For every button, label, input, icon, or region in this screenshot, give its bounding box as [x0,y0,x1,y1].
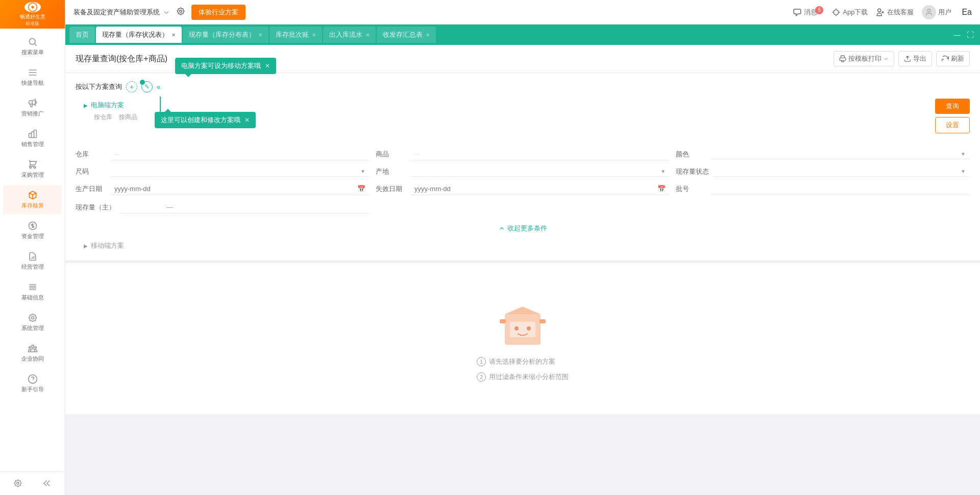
sidebar-item-search[interactable]: 搜索菜单 [3,32,62,61]
sidebar-item-basics[interactable]: 基础信息 [3,277,62,307]
tab-batch-close[interactable]: ✕ [312,32,316,38]
sidebar-label-sales: 销售管理 [21,140,44,148]
origin-dropdown-icon: ▼ [660,169,666,174]
sidebar-item-promotion[interactable]: 营销推广 [3,93,62,123]
refresh-label: 刷新 [951,54,964,63]
batch-filter: 批号 [676,183,970,195]
tooltip-scheme-text: 电脑方案可设为移动方案哦 [181,61,261,70]
search-btn[interactable]: 查询 [935,99,970,114]
tab-summary[interactable]: 收发存汇总表 ✕ [377,27,436,43]
sidebar-item-purchase[interactable]: 采购管理 [3,154,62,184]
sidebar-item-enterprise[interactable]: 企业协同 [3,338,62,368]
scheme-mobile-arrow: ▶ [84,243,88,249]
goods-select[interactable]: ··· [410,148,670,160]
tooltip-edit-hint: 这里可以创建和修改方案哦 ✕ [155,112,256,128]
svg-point-5 [180,10,182,13]
page-title: 现存量查询(按仓库+商品) [76,54,167,64]
expiry-date-input[interactable] [414,185,653,193]
tab-batch[interactable]: 库存批次账 ✕ [270,27,322,43]
tooltip2-close-btn[interactable]: ✕ [244,116,250,124]
size-select[interactable]: ▼ [110,167,370,177]
empty-illustration [492,294,553,355]
batch-label: 批号 [676,184,706,194]
sidebar-item-sales[interactable]: 销售管理 [3,124,62,153]
app-download-label: App下载 [843,8,868,17]
message-btn[interactable]: 消息 6 [793,8,823,17]
tab-maximize-icon[interactable]: ⛶ [965,29,976,41]
empty-step1: 1 请先选择要分析的方案 [477,355,569,368]
tooltip1-close-btn[interactable]: ✕ [265,62,270,69]
add-scheme-btn[interactable]: + [126,81,137,92]
scheme-mobile-area: ▶ 移动端方案 [84,239,970,252]
app-logo: 畅通好生意 标准版 [0,0,65,29]
tab-home[interactable]: 首页 [69,27,95,43]
tab-stock-status-close[interactable]: ✕ [172,32,176,38]
stock-main-filter: 现存量（主） — [76,201,370,214]
tab-summary-close[interactable]: ✕ [426,32,430,38]
sidebar-item-operations[interactable]: 经营管理 [3,246,62,276]
stock-state-select[interactable]: ▼ [713,167,970,177]
expiry-date-calendar-icon[interactable]: 📅 [657,185,666,193]
prod-date-calendar-icon[interactable]: 📅 [357,185,365,193]
sidebar-item-system[interactable]: 系统管理 [3,308,62,337]
export-label: 导出 [913,54,926,63]
tab-stock-dist[interactable]: 现存量（库存分布表） ✕ [183,27,268,43]
color-label: 颜色 [676,150,706,159]
user-area[interactable]: 用户 [922,5,951,19]
stock-state-filter: 现存量状态 ▼ [676,167,970,177]
sidebar-item-inventory[interactable]: 库存核算 [3,185,62,215]
template-print-btn[interactable]: 按模板打印 [834,51,894,66]
edit-scheme-btn[interactable]: ✎ [141,81,153,92]
origin-select[interactable]: ▼ [410,167,670,177]
tabbar: 首页 现存量（库存状况表） ✕ 现存量（库存分布表） ✕ 库存批次账 ✕ 出入库… [65,25,980,45]
experience-btn[interactable]: 体验行业方案 [191,5,246,20]
arrow-icon[interactable]: « [157,83,161,91]
warehouse-label: 仓库 [76,150,106,159]
scheme-mobile-item[interactable]: ▶ 移动端方案 [84,239,970,252]
tab-minimize-icon[interactable]: — [951,29,963,41]
system-selector[interactable]: 装备及固定资产辅助管理系统 [74,8,170,17]
prod-date-input[interactable] [114,185,353,193]
tooltip-scheme-hint: 电脑方案可设为移动方案哦 ✕ [175,58,276,74]
stock-state-dropdown-icon: ▼ [961,169,966,174]
empty-state: 1 请先选择要分析的方案 2 用过滤条件来缩小分析范围 [65,263,980,414]
search-btn-area: 查询 设置 [935,99,970,133]
svg-point-9 [514,326,519,331]
stock-main-from-input[interactable] [124,203,164,211]
tooltip-edit-text: 这里可以创建和修改方案哦 [161,115,240,125]
user-label: 用户 [938,8,951,17]
tab-stock-status[interactable]: 现存量（库存状况表） ✕ [96,27,182,43]
sidebar-label-nav: 快捷导航 [21,79,44,87]
collapse-btn[interactable]: 收起更多条件 [498,224,547,233]
color-select[interactable]: ▼ [710,149,970,159]
refresh-icon [942,55,949,62]
settings-btn[interactable] [11,477,24,490]
sidebar-label-system: 系统管理 [21,324,44,332]
app-download-btn[interactable]: App下载 [831,8,868,17]
warehouse-select[interactable]: ··· [110,148,370,160]
tab-flow[interactable]: 出入库流水 ✕ [323,27,376,43]
refresh-btn[interactable]: 刷新 [936,51,970,66]
sidebar-item-guide[interactable]: 新手引导 [3,369,62,398]
export-btn[interactable]: 导出 [898,51,932,66]
tab-flow-close[interactable]: ✕ [365,32,370,38]
tooltip2-area: 这里可以创建和修改方案哦 ✕ [155,97,256,128]
tab-stock-status-label: 现存量（库存状况表） [102,30,168,39]
sidebar-label-basics: 基础信息 [21,294,44,301]
online-service-btn[interactable]: 在线客服 [876,8,914,17]
reset-btn[interactable]: 设置 [935,117,970,133]
template-dropdown-icon [884,56,889,61]
prod-date-filter: 生产日期 📅 [76,183,370,195]
sidebar-item-finance[interactable]: 资金管理 [3,216,62,245]
filter-header: 按以下方案查询 + ✎ « 电脑方案可设为移动方案哦 ✕ 这里可以创建和修改方案… [76,81,970,92]
step1-num: 1 [477,357,486,366]
tab-stock-dist-close[interactable]: ✕ [258,32,262,38]
color-filter: 颜色 ▼ [676,148,970,160]
sidebar: 畅通好生意 标准版 搜索菜单 快捷导航 营销推广 销售管理 [0,0,65,495]
step1-text: 请先选择要分析的方案 [489,355,555,368]
batch-input[interactable] [710,183,970,195]
topbar-settings-icon[interactable] [176,7,185,17]
collapse-sidebar-btn[interactable] [40,477,54,490]
vertical-connector [160,97,161,112]
sidebar-item-nav[interactable]: 快捷导航 [3,62,62,92]
